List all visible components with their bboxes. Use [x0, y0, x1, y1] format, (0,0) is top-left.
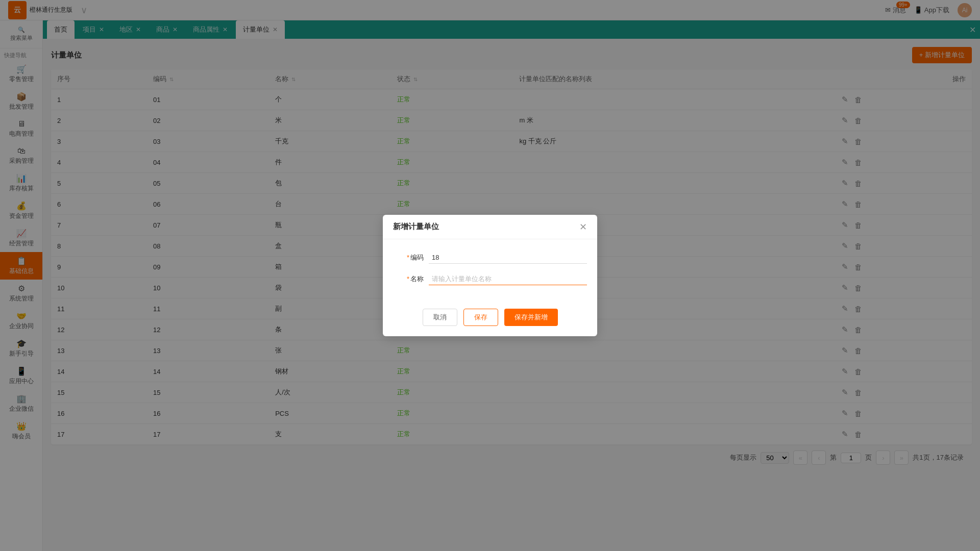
modal-header: 新增计量单位 ✕ [383, 215, 597, 239]
modal-close-button[interactable]: ✕ [579, 222, 587, 232]
modal-footer: 取消 保存 保存并新增 [383, 303, 597, 336]
code-input[interactable] [429, 252, 587, 264]
save-and-new-button[interactable]: 保存并新增 [504, 309, 558, 326]
add-unit-modal: 新增计量单位 ✕ *编码 *名称 取消 保存 保存并新增 [383, 215, 597, 336]
modal-title: 新增计量单位 [393, 222, 439, 232]
save-button[interactable]: 保存 [463, 309, 498, 326]
code-label: *编码 [393, 253, 424, 262]
code-form-row: *编码 [393, 252, 587, 264]
name-input[interactable] [429, 273, 587, 285]
code-required-mark: * [407, 254, 409, 261]
modal-overlay: 新增计量单位 ✕ *编码 *名称 取消 保存 保存并新增 [0, 0, 980, 551]
name-required-mark: * [407, 275, 409, 283]
name-label: *名称 [393, 274, 424, 284]
name-form-row: *名称 [393, 273, 587, 285]
cancel-button[interactable]: 取消 [423, 309, 457, 326]
modal-body: *编码 *名称 [383, 239, 597, 303]
